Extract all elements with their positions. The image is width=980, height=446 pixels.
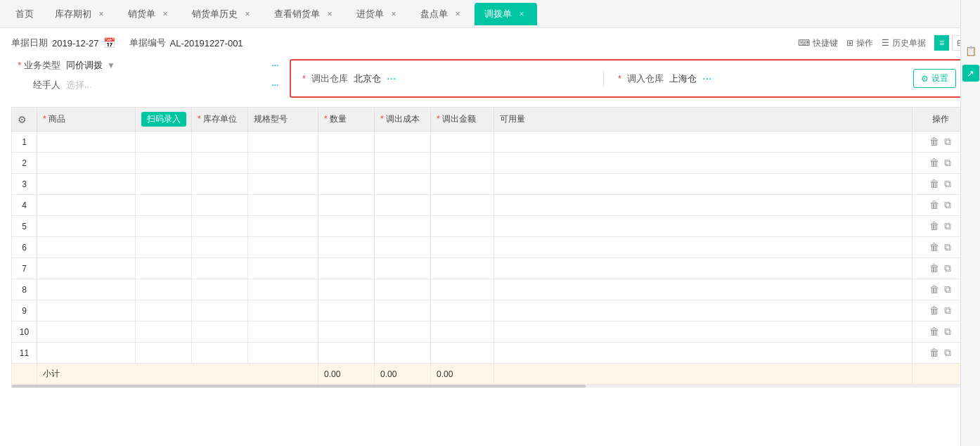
- cell-unit-9[interactable]: [136, 300, 192, 321]
- cell-cost-10[interactable]: [318, 321, 375, 343]
- cell-spec-4[interactable]: [192, 195, 248, 216]
- cell-qty-3[interactable]: [248, 174, 318, 195]
- cell-unit-2[interactable]: [136, 153, 192, 174]
- cell-spec-9[interactable]: [192, 300, 248, 321]
- cell-spec-8[interactable]: [192, 279, 248, 300]
- cell-cost-3[interactable]: [318, 174, 375, 195]
- tab-home[interactable]: 首页: [6, 3, 44, 25]
- delete-icon-9[interactable]: 🗑: [929, 305, 939, 316]
- cell-amount-11[interactable]: [375, 343, 431, 364]
- cell-amount-3[interactable]: [375, 174, 431, 195]
- cell-spec-1[interactable]: [192, 132, 248, 153]
- cell-cost-5[interactable]: [318, 216, 375, 237]
- tab-sales-history[interactable]: 销货单历史 ×: [182, 3, 263, 25]
- cell-cost-9[interactable]: [318, 300, 375, 321]
- copy-icon-3[interactable]: ⧉: [944, 178, 951, 189]
- settings-button[interactable]: ⚙ 设置: [913, 69, 956, 88]
- cell-qty-9[interactable]: [248, 300, 318, 321]
- cell-qty-11[interactable]: [248, 343, 318, 364]
- cell-unit-4[interactable]: [136, 195, 192, 216]
- cell-available-1[interactable]: [431, 132, 494, 153]
- cell-product-11[interactable]: [37, 343, 136, 364]
- tab-inventory-check[interactable]: 盘点单 ×: [411, 3, 473, 25]
- delete-icon-3[interactable]: 🗑: [929, 178, 939, 189]
- tab-sales-order[interactable]: 销货单 ×: [118, 3, 181, 25]
- copy-icon-8[interactable]: ⧉: [944, 283, 951, 295]
- cell-amount-6[interactable]: [375, 237, 431, 258]
- shortcuts-button[interactable]: ⌨ 快捷键: [798, 37, 838, 49]
- cell-cost-8[interactable]: [318, 279, 375, 300]
- target-warehouse-more-button[interactable]: ···: [702, 72, 905, 85]
- delete-icon-11[interactable]: 🗑: [929, 347, 939, 358]
- source-warehouse-more-button[interactable]: ···: [387, 72, 589, 85]
- cell-cost-6[interactable]: [318, 237, 375, 258]
- cell-qty-10[interactable]: [248, 321, 318, 343]
- cell-unit-10[interactable]: [136, 321, 192, 343]
- tab-close-inventory-init[interactable]: ×: [96, 8, 107, 20]
- cell-product-5[interactable]: [37, 216, 136, 237]
- cell-unit-11[interactable]: [136, 343, 192, 364]
- cell-available-10[interactable]: [431, 321, 494, 343]
- operations-button[interactable]: ⊞ 操作: [846, 37, 873, 49]
- delete-icon-10[interactable]: 🗑: [929, 326, 939, 337]
- delete-icon-5[interactable]: 🗑: [929, 220, 939, 231]
- sidebar-export-icon[interactable]: ↗: [962, 65, 979, 82]
- cell-spec-6[interactable]: [192, 237, 248, 258]
- delete-icon-7[interactable]: 🗑: [929, 262, 939, 274]
- cell-qty-5[interactable]: [248, 216, 318, 237]
- cell-unit-8[interactable]: [136, 279, 192, 300]
- copy-icon-1[interactable]: ⧉: [944, 136, 951, 147]
- cell-available-11[interactable]: [431, 343, 494, 364]
- scroll-indicator[interactable]: [11, 385, 969, 388]
- tab-close-inventory-check[interactable]: ×: [452, 8, 463, 20]
- copy-icon-7[interactable]: ⧉: [944, 262, 951, 274]
- cell-unit-7[interactable]: [136, 258, 192, 279]
- cell-amount-7[interactable]: [375, 258, 431, 279]
- cell-product-3[interactable]: [37, 174, 136, 195]
- tab-purchase-order[interactable]: 进货单 ×: [347, 3, 409, 25]
- cell-available-3[interactable]: [431, 174, 494, 195]
- copy-icon-6[interactable]: ⧉: [944, 241, 951, 253]
- tab-transfer-order[interactable]: 调拨单 ×: [475, 3, 537, 25]
- tab-inventory-init[interactable]: 库存期初 ×: [45, 3, 117, 25]
- tab-close-purchase-order[interactable]: ×: [388, 8, 399, 20]
- scan-input-button[interactable]: 扫码录入: [141, 112, 186, 127]
- cell-product-7[interactable]: [37, 258, 136, 279]
- cell-amount-1[interactable]: [375, 132, 431, 153]
- cell-spec-10[interactable]: [192, 321, 248, 343]
- cell-product-9[interactable]: [37, 300, 136, 321]
- copy-icon-5[interactable]: ⧉: [944, 220, 951, 231]
- cell-amount-2[interactable]: [375, 153, 431, 174]
- copy-icon-11[interactable]: ⧉: [944, 347, 951, 358]
- delete-icon-1[interactable]: 🗑: [929, 136, 939, 147]
- history-button[interactable]: ☰ 历史单据: [882, 37, 926, 49]
- tab-close-transfer-order[interactable]: ×: [516, 8, 527, 20]
- cell-product-2[interactable]: [37, 153, 136, 174]
- tab-close-sales-history[interactable]: ×: [242, 8, 253, 20]
- delete-icon-2[interactable]: 🗑: [929, 157, 939, 168]
- business-type-more-button[interactable]: ···: [271, 59, 278, 72]
- cell-available-8[interactable]: [431, 279, 494, 300]
- handler-more-button[interactable]: ···: [271, 79, 278, 91]
- cell-product-8[interactable]: [37, 279, 136, 300]
- cell-available-7[interactable]: [431, 258, 494, 279]
- tab-close-sales-order[interactable]: ×: [160, 8, 171, 20]
- cell-qty-2[interactable]: [248, 153, 318, 174]
- cell-amount-9[interactable]: [375, 300, 431, 321]
- tab-close-view-sales[interactable]: ×: [324, 8, 335, 20]
- cell-available-9[interactable]: [431, 300, 494, 321]
- sidebar-doc-icon[interactable]: 📋: [962, 42, 979, 59]
- cell-product-4[interactable]: [37, 195, 136, 216]
- cell-unit-1[interactable]: [136, 132, 192, 153]
- delete-icon-4[interactable]: 🗑: [929, 199, 939, 210]
- cell-qty-7[interactable]: [248, 258, 318, 279]
- cell-available-2[interactable]: [431, 153, 494, 174]
- cell-qty-6[interactable]: [248, 237, 318, 258]
- business-type-dropdown-icon[interactable]: ▼: [107, 60, 115, 70]
- cell-amount-10[interactable]: [375, 321, 431, 343]
- cell-available-4[interactable]: [431, 195, 494, 216]
- list-view-button[interactable]: ≡: [934, 35, 949, 51]
- cell-unit-6[interactable]: [136, 237, 192, 258]
- cell-cost-4[interactable]: [318, 195, 375, 216]
- cell-product-6[interactable]: [37, 237, 136, 258]
